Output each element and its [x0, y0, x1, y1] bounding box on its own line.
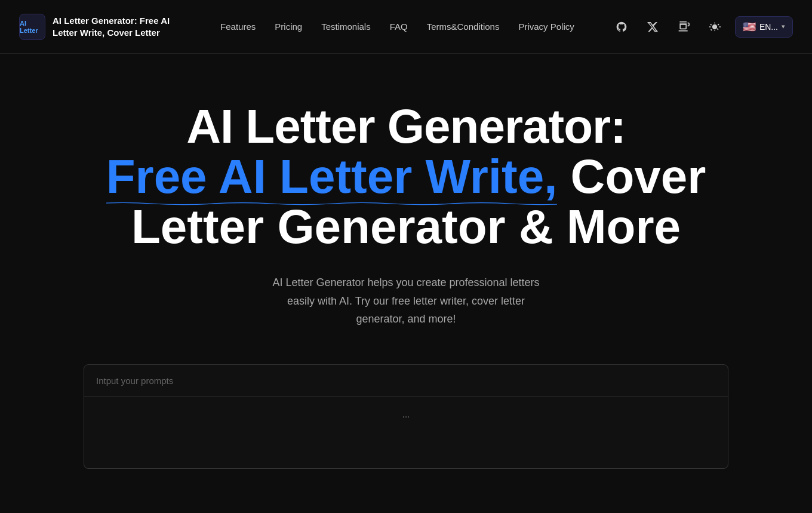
- flag-icon: 🇺🇸: [743, 20, 756, 33]
- hero-line2-blue: Free AI Letter Write,: [106, 152, 558, 202]
- hero-subtitle: AI Letter Generator helps you create pro…: [272, 274, 539, 328]
- hero-line1: AI Letter Generator:: [106, 102, 706, 152]
- github-button[interactable]: [611, 16, 632, 38]
- main-nav: Features Pricing Testimonials FAQ Terms&…: [220, 21, 574, 32]
- site-title: AI Letter Generator: Free AI Letter Writ…: [53, 15, 184, 38]
- language-selector[interactable]: 🇺🇸 EN... ▾: [735, 16, 793, 38]
- nav-faq[interactable]: FAQ: [390, 21, 408, 32]
- logo-text: AI Letter: [20, 20, 45, 34]
- hero-line3: Letter Generator & More: [106, 202, 706, 252]
- logo-area[interactable]: AI Letter AI Letter Generator: Free AI L…: [19, 14, 184, 40]
- nav-features[interactable]: Features: [220, 21, 256, 32]
- nav-privacy[interactable]: Privacy Policy: [518, 21, 574, 32]
- logo-icon: AI Letter: [19, 14, 45, 40]
- hero-title: AI Letter Generator: Free AI Letter Writ…: [106, 102, 706, 252]
- coffee-button[interactable]: [673, 16, 694, 38]
- prompt-input[interactable]: [84, 364, 728, 397]
- input-section: ...: [84, 364, 728, 469]
- site-header: AI Letter AI Letter Generator: Free AI L…: [0, 0, 812, 54]
- nav-pricing[interactable]: Pricing: [275, 21, 302, 32]
- hero-section: AI Letter Generator: Free AI Letter Writ…: [0, 54, 812, 493]
- hero-line2-white: Cover: [557, 152, 706, 202]
- nav-testimonials[interactable]: Testimonials: [321, 21, 371, 32]
- x-twitter-button[interactable]: [642, 16, 663, 38]
- nav-terms[interactable]: Terms&Conditions: [427, 21, 500, 32]
- header-actions: 🇺🇸 EN... ▾: [611, 16, 793, 38]
- lang-code: EN...: [759, 22, 778, 32]
- chevron-down-icon: ▾: [782, 23, 785, 30]
- output-area: ...: [84, 397, 728, 469]
- theme-toggle-button[interactable]: [704, 16, 725, 38]
